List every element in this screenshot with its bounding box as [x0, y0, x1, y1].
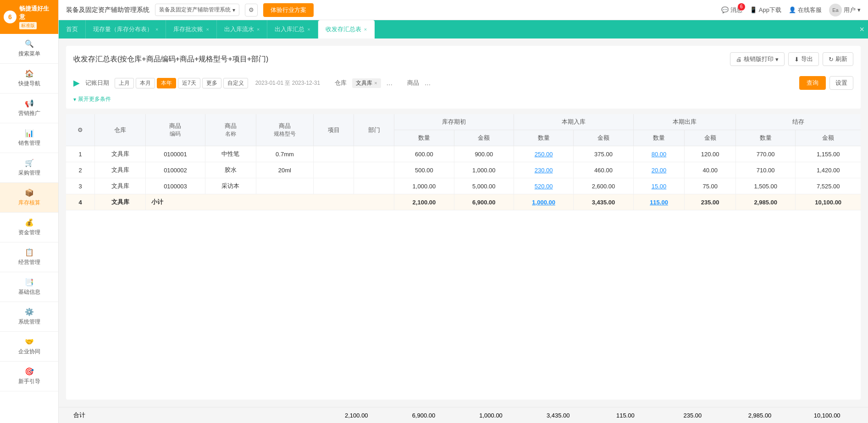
subtotal-row: 4 文具库 小计 2,100.00 6,900.00 1,000.00 3,43…	[66, 194, 861, 210]
sidebar-label-system: 系统管理	[18, 318, 40, 326]
sidebar-item-finance[interactable]: 💰资金管理	[0, 213, 58, 242]
sidebar-item-operations[interactable]: 📋经营管理	[0, 242, 58, 272]
tab-close-inout-summary[interactable]: ×	[307, 27, 310, 32]
tab-label-receive-summary: 收发存汇总表	[326, 25, 361, 33]
gear-button[interactable]: ⚙	[245, 4, 258, 16]
th-project: 项目	[314, 114, 354, 146]
th-in: 本期入库	[514, 114, 633, 130]
in-qty-link[interactable]: 230.00	[535, 167, 553, 174]
date-btn-上月[interactable]: 上月	[115, 78, 134, 88]
sidebar-icon-enterprise: 🤝	[25, 337, 34, 346]
date-buttons: 上月本月本年近7天更多自定义	[115, 78, 248, 88]
date-btn-近7天[interactable]: 近7天	[178, 78, 200, 88]
refresh-button[interactable]: ↻ 刷新	[823, 52, 853, 66]
tab-close-inventory-dist[interactable]: ×	[155, 27, 158, 32]
in-qty-link[interactable]: 520.00	[535, 183, 553, 190]
trial-button[interactable]: 体验行业方案	[263, 3, 314, 17]
date-btn-更多[interactable]: 更多	[202, 78, 221, 88]
warehouse-label: 仓库	[335, 79, 347, 87]
export-icon: ⬇	[794, 56, 799, 63]
title-section: 收发存汇总表(按仓库+商品编码+商品+规格型号+项目+部门) 🖨 核销版打印 ▾…	[66, 46, 861, 109]
out-qty-link[interactable]: 20.00	[652, 167, 667, 174]
sidebar-item-search[interactable]: 🔍搜索菜单	[0, 34, 58, 64]
tabbar-close-all[interactable]: ×	[859, 25, 864, 34]
out-qty-link[interactable]: 80.00	[652, 151, 667, 158]
tab-close-batch-ledger[interactable]: ×	[206, 27, 209, 32]
sidebar-item-newbie[interactable]: 🎯新手引导	[0, 362, 58, 391]
export-button[interactable]: ⬇ 导出	[788, 52, 819, 66]
tab-batch-ledger[interactable]: 库存批次账 ×	[166, 20, 216, 38]
warehouse-tag-close[interactable]: ×	[374, 80, 377, 86]
th-settings[interactable]: ⚙	[66, 114, 95, 146]
th-bal-qty: 数量	[736, 130, 796, 146]
system-title: 装备及固定资产辅助管理系统	[66, 6, 149, 14]
subtotal-out-qty[interactable]: 115.00	[650, 199, 668, 206]
tab-inout-flow[interactable]: 出入库流水 ×	[217, 20, 267, 38]
user-item[interactable]: Ea 用户 ▾	[829, 4, 861, 16]
sidebar-item-enterprise[interactable]: 🤝企业协同	[0, 332, 58, 362]
message-item[interactable]: 💬 消息 6	[721, 6, 742, 14]
th-warehouse: 仓库	[95, 114, 145, 146]
page-title: 收发存汇总表(按仓库+商品编码+商品+规格型号+项目+部门)	[73, 55, 268, 64]
sidebar-icon-marketing: 📢	[25, 99, 34, 108]
page-footer: 合计 2,100.00 6,900.00 1,000.00 3,435.00 1…	[59, 407, 868, 423]
date-range: 2023-01-01 至 2023-12-31	[255, 79, 320, 87]
sidebar-label-search: 搜索菜单	[18, 50, 40, 58]
tab-close-receive-summary[interactable]: ×	[364, 27, 367, 32]
table-row: 3 文具库 0100003 采访本 1,000.00 5,000.00 520.…	[66, 178, 861, 194]
sidebar-label-marketing: 营销推广	[18, 110, 40, 117]
tab-home[interactable]: 首页	[59, 20, 86, 38]
logo-icon: 6	[4, 11, 17, 23]
filter-area: ▶ 记账日期 上月本月本年近7天更多自定义 2023-01-01 至 2023-…	[66, 71, 861, 109]
message-badge: 6	[738, 3, 745, 11]
date-label: 记账日期	[85, 79, 109, 87]
sidebar-item-basic-info[interactable]: 📑基础信息	[0, 272, 58, 302]
sidebar-label-enterprise: 企业协同	[18, 348, 40, 356]
tab-receive-summary[interactable]: 收发存汇总表 ×	[318, 20, 375, 38]
sidebar-item-system[interactable]: ⚙️系统管理	[0, 302, 58, 332]
sidebar-item-inventory[interactable]: 📦库存核算	[0, 183, 58, 213]
settings-button[interactable]: 设置	[829, 76, 853, 90]
sidebar-icon-newbie: 🎯	[25, 367, 34, 376]
expand-button[interactable]: ▾ 展开更多条件	[73, 95, 853, 103]
th-product-spec: 商品规格型号	[256, 114, 314, 146]
sidebar-item-sales[interactable]: 📊销售管理	[0, 123, 58, 153]
online-service-item[interactable]: 👤 在线客服	[789, 6, 822, 14]
data-table-container: ⚙ 仓库 商品编码 商品名称 商品规格型号 项目 部门 库存期初 本期入库 本期…	[66, 114, 861, 400]
in-qty-link[interactable]: 250.00	[535, 151, 553, 158]
data-table: ⚙ 仓库 商品编码 商品名称 商品规格型号 项目 部门 库存期初 本期入库 本期…	[66, 114, 861, 210]
tab-inout-summary[interactable]: 出入库汇总 ×	[267, 20, 318, 38]
filter-toggle-icon[interactable]: ▶	[73, 78, 80, 88]
sidebar-icon-search: 🔍	[25, 39, 34, 48]
sidebar-item-quick-nav[interactable]: 🏠快捷导航	[0, 64, 58, 93]
product-more[interactable]: ...	[425, 79, 431, 87]
logo-text: 畅捷通好生意 标准版	[19, 5, 55, 29]
sidebar-label-sales: 销售管理	[18, 139, 40, 147]
date-btn-本月[interactable]: 本月	[136, 78, 155, 88]
warehouse-more[interactable]: ...	[387, 79, 393, 87]
date-btn-自定义[interactable]: 自定义	[223, 78, 248, 88]
th-opening: 库存期初	[394, 114, 514, 130]
print-button[interactable]: 🖨 核销版打印 ▾	[730, 52, 785, 66]
phone-icon: 📱	[750, 6, 757, 13]
logo-area: 6 畅捷通好生意 标准版	[0, 0, 58, 34]
app-download-item[interactable]: 📱 App下载	[750, 6, 781, 14]
tab-inventory-dist[interactable]: 现存量（库存分布表） ×	[86, 20, 166, 38]
query-button[interactable]: 查询	[799, 76, 826, 90]
total-in-amt: 3,435.00	[525, 412, 592, 419]
table-row: 2 文具库 0100002 胶水 20ml 500.00 1,000.00 23…	[66, 162, 861, 178]
sidebar-icon-finance: 💰	[25, 218, 34, 227]
th-open-amt: 金额	[454, 130, 514, 146]
message-icon: 💬	[721, 6, 729, 13]
settings-icon: ⚙	[77, 126, 83, 133]
th-out: 本期出库	[633, 114, 735, 130]
system-select[interactable]: 装备及固定资产辅助管理系统 ▾	[155, 4, 239, 16]
out-qty-link[interactable]: 15.00	[652, 183, 667, 190]
refresh-icon: ↻	[829, 56, 834, 63]
tab-close-inout-flow[interactable]: ×	[257, 27, 260, 32]
total-label: 合计	[66, 411, 323, 419]
sidebar-item-purchase[interactable]: 🛒采购管理	[0, 153, 58, 183]
sidebar-item-marketing[interactable]: 📢营销推广	[0, 93, 58, 123]
date-btn-本年[interactable]: 本年	[157, 78, 176, 88]
subtotal-in-qty[interactable]: 1,000.00	[532, 199, 555, 206]
